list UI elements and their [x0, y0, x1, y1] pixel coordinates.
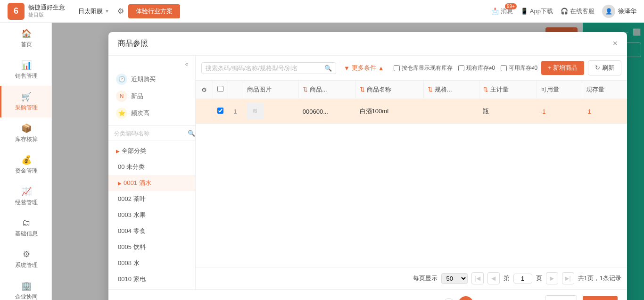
product-thumbnail: 图: [247, 103, 264, 120]
per-page-select[interactable]: 10 20 50 100: [441, 273, 468, 284]
cat-0004[interactable]: 0004 零食: [108, 223, 195, 239]
logo-name: 畅捷通好生意: [28, 4, 65, 12]
cat-0010[interactable]: 0010 家电: [108, 271, 195, 287]
filter-new[interactable]: N 新品: [112, 88, 191, 105]
main-layout: 🏠 首页 📊 销售管理 🛒 采购管理 📦 库存核算 💰 资金管理 📈 经营管理 …: [0, 23, 644, 300]
more-filter-button[interactable]: ▼ 更多条件 ▲: [340, 62, 388, 74]
confirm-button[interactable]: 确定: [583, 296, 618, 300]
category-list: ▶ 全部分类 00 未分类 ▶ 0001 酒水 0002 茶叶: [108, 141, 195, 289]
sidebar-label-basic: 基础信息: [15, 230, 38, 238]
store-chevron-icon: ▼: [105, 8, 109, 14]
message-button[interactable]: 📩 消息 99+: [491, 7, 513, 16]
checkboxes: 按仓库显示现有库存 现有库存≠0 可用库存≠0: [394, 64, 538, 72]
select-all-checkbox[interactable]: [217, 86, 223, 92]
cat-00[interactable]: 00 未分类: [108, 159, 195, 175]
basic-icon: 🗂: [22, 218, 31, 228]
pagination-bar: 每页显示 10 20 50 100 |◀ ◀ 第 页 ▶ ▶|: [196, 267, 627, 289]
add-product-button[interactable]: + 新增商品: [541, 61, 584, 75]
sidebar-item-finance[interactable]: 💰 资金管理: [0, 149, 51, 181]
message-badge: 99+: [505, 3, 517, 9]
row-select-checkbox[interactable]: [217, 108, 223, 114]
filter-label: 更多条件: [352, 64, 376, 72]
store-selector[interactable]: 日太阳膜 ▼: [74, 5, 113, 17]
filter-icon: ▼: [344, 65, 350, 72]
category-search-icon[interactable]: 🔍: [188, 130, 195, 137]
category-search-input[interactable]: [114, 130, 185, 137]
settings-gear-button[interactable]: ⚙: [113, 4, 128, 19]
col-checkbox: [213, 81, 228, 99]
page-number-input[interactable]: [513, 274, 532, 283]
sidebar-label-enterprise: 企业协同: [15, 293, 38, 300]
freq-icon: ⭐: [116, 108, 127, 119]
home-icon: 🏠: [21, 28, 32, 39]
sidebar-item-sales[interactable]: 📊 销售管理: [0, 54, 51, 86]
cat-0008[interactable]: 0008 水: [108, 255, 195, 271]
cancel-button[interactable]: 取消: [545, 295, 577, 300]
page-first-button[interactable]: |◀: [471, 272, 484, 284]
sidebar-item-home[interactable]: 🏠 首页: [0, 23, 51, 54]
page-last-button[interactable]: ▶|: [562, 272, 574, 284]
new-icon: N: [116, 91, 127, 102]
product-search-input[interactable]: [206, 65, 322, 72]
per-page-label: 每页显示: [413, 274, 438, 283]
search-icon[interactable]: 🔍: [324, 65, 332, 72]
col-code[interactable]: ⇅ 商品...: [299, 81, 356, 99]
product-search-box: 🔍: [201, 62, 336, 74]
product-reference-modal: 商品参照 × « 🕐 近期购买 N: [108, 32, 627, 300]
cat-0008-label: 0008 水: [118, 259, 140, 267]
col-settings[interactable]: ⚙: [196, 81, 213, 99]
page-prev-button[interactable]: ◀: [487, 272, 500, 284]
cat-0010-label: 0010 家电: [118, 275, 146, 283]
table-row[interactable]: 1 图 000600... 白酒100ml 瓶 -1 -1: [196, 99, 627, 124]
user-info[interactable]: 👤 徐泽华: [602, 5, 636, 18]
filter-recent[interactable]: 🕐 近期购买: [112, 71, 191, 88]
checkbox-usable[interactable]: 可用库存≠0: [501, 64, 537, 72]
checkbox-available-input[interactable]: [458, 65, 464, 71]
online-service-label: 在线客服: [570, 7, 594, 16]
sidebar-item-enterprise[interactable]: 🏢 企业协同: [0, 275, 51, 300]
product-table: ⚙ 商品图片 ⇅ 商品...: [196, 81, 627, 267]
cat-0001[interactable]: ▶ 0001 酒水: [108, 175, 195, 191]
refresh-button[interactable]: ↻ 刷新: [588, 60, 621, 75]
experience-button[interactable]: 体验行业方案: [128, 4, 180, 18]
cat-0002[interactable]: 0002 茶叶: [108, 191, 195, 207]
finance-icon: 💰: [21, 155, 32, 165]
sidebar-item-inventory[interactable]: 📦 库存核算: [0, 117, 51, 149]
modal-close-button[interactable]: ×: [612, 39, 618, 49]
row-settings: [196, 99, 213, 124]
cat-0005[interactable]: 0005 饮料: [108, 239, 195, 255]
col-num: [228, 81, 243, 99]
enterprise-icon: 🏢: [21, 281, 32, 291]
checkbox-usable-input[interactable]: [501, 65, 507, 71]
checkbox-available[interactable]: 现有库存≠0: [458, 64, 495, 72]
username: 徐泽华: [618, 7, 636, 16]
col-unit[interactable]: ⇅ 主计量: [479, 81, 537, 99]
cat-all[interactable]: ▶ 全部分类: [108, 143, 195, 159]
sidebar-item-basic[interactable]: 🗂 基础信息: [0, 212, 51, 243]
help-icon[interactable]: ?: [443, 298, 454, 300]
checkbox-stock[interactable]: 按仓库显示现有库存: [394, 64, 453, 72]
cart-icon[interactable]: 🛒: [458, 296, 473, 300]
filter-freq[interactable]: ⭐ 频次高: [112, 105, 191, 122]
col-spec[interactable]: ⇅ 规格...: [424, 81, 479, 99]
cat-0003[interactable]: 0003 水果: [108, 207, 195, 223]
sidebar-item-system[interactable]: ⚙ 系统管理: [0, 243, 51, 275]
collapse-panel-button[interactable]: «: [182, 59, 191, 69]
app-download-button[interactable]: 📱 App下载: [520, 7, 553, 16]
sidebar: 🏠 首页 📊 销售管理 🛒 采购管理 📦 库存核算 💰 资金管理 📈 经营管理 …: [0, 23, 52, 300]
sidebar-label-finance: 资金管理: [15, 167, 38, 175]
sort-icon3: ⇅: [428, 86, 433, 93]
cat-0005-label: 0005 饮料: [118, 243, 146, 251]
category-panel: « 🕐 近期购买 N 新品 ⭐ 频次高: [108, 56, 196, 289]
row-checkbox[interactable]: [213, 99, 228, 124]
col-name[interactable]: ⇅ 商品名称: [356, 81, 424, 99]
sidebar-item-purchase[interactable]: 🛒 采购管理: [0, 86, 51, 117]
sort-icon4: ⇅: [483, 86, 488, 93]
checkbox-stock-input[interactable]: [394, 65, 400, 71]
row-code: 000600...: [299, 99, 356, 124]
product-toolbar: 🔍 ▼ 更多条件 ▲ 按仓库显示现有库存: [196, 56, 627, 81]
online-service-button[interactable]: 🎧 在线客服: [561, 7, 594, 16]
page-next-button[interactable]: ▶: [546, 272, 558, 284]
sidebar-item-ops[interactable]: 📈 经营管理: [0, 181, 51, 212]
logo-sub: 捷目版: [28, 11, 65, 18]
